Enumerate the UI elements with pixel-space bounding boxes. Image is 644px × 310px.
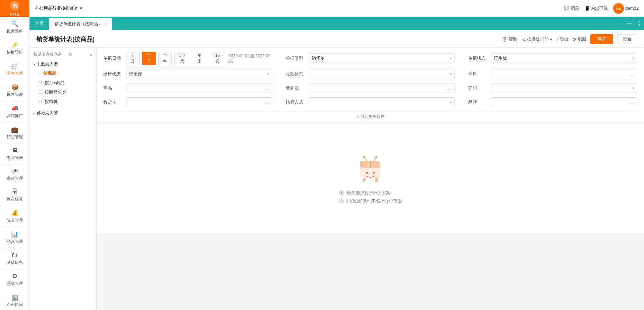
collapse-more-button[interactable]: ∧ 收起更多条件 (103, 111, 637, 121)
template-print-button[interactable]: 🖨 按模板打印 ▾ (521, 36, 552, 42)
refresh-button[interactable]: ⟳ 刷新 (573, 36, 586, 42)
date-btn-this-year[interactable]: 本年 (158, 52, 172, 65)
date-btn-this-month[interactable]: 本月 (142, 52, 156, 65)
out-status-dropdown-icon[interactable]: ▾ (267, 72, 269, 76)
export-icon: ↑ (556, 37, 559, 42)
collapse-scheme-icon[interactable]: « (90, 52, 92, 57)
settle-input[interactable] (312, 100, 450, 105)
product-input[interactable] (129, 86, 265, 91)
sidebar-item-basic[interactable]: 🗂 基础信息 (0, 248, 29, 269)
scheme-group-mobile-title[interactable]: ▸ 移动端方案 (30, 109, 96, 118)
scheme-item-by-product[interactable]: ○ 按商品 (30, 69, 96, 78)
sidebar-item-sales[interactable]: 💼 销售管理 (0, 122, 29, 144)
date-btn-more[interactable]: 更多 (193, 52, 206, 65)
payment-status-input[interactable] (312, 72, 450, 77)
staff-more-icon[interactable]: … (447, 86, 452, 91)
date-btn-custom[interactable]: 自定义 (209, 52, 226, 65)
doc-status-control[interactable]: ▾ (491, 53, 637, 63)
sidebar-item-inventory[interactable]: 🗄 库存核算 (0, 185, 29, 206)
department-control[interactable]: ▾ (491, 83, 637, 93)
empty-hint-2-label: 用[过滤]条件来缩小分析范围 (347, 198, 401, 204)
sidebar-item-system[interactable]: ⚙ 系统管理 (0, 269, 29, 290)
warehouse-more-icon[interactable]: … (630, 71, 634, 77)
download-icon: 📱 (585, 6, 590, 11)
doc-type-control[interactable]: ▾ (309, 53, 455, 63)
empty-illustration (350, 151, 390, 185)
out-status-input[interactable] (129, 72, 267, 77)
fullscreen-tab-icon[interactable]: ⛶ (635, 20, 640, 27)
minimize-tab-icon[interactable]: — (627, 20, 632, 27)
brand-more-icon[interactable]: … (630, 100, 634, 105)
out-status-control[interactable]: ▾ (126, 69, 272, 79)
doc-type-dropdown-icon[interactable]: ▾ (450, 56, 452, 61)
tab-close-icon[interactable]: × (104, 22, 107, 27)
receiver-control[interactable]: … (126, 97, 272, 107)
app-selector[interactable]: 办公用品行业模拟账套 ▾ (35, 5, 82, 11)
scheme-group-pc-title[interactable]: ▾ 电脑端方案 (30, 60, 96, 69)
date-range: 2023-03-01 至 2023-03-31 (229, 53, 272, 64)
scheme-item-by-month-product[interactable]: ☷ 按月+商品 (30, 78, 96, 88)
sidebar-item-enterprise[interactable]: 🏢 企业协同 (0, 290, 29, 310)
svg-line-9 (364, 158, 367, 161)
department-dropdown-icon[interactable]: ▾ (632, 86, 634, 91)
settings-button[interactable]: 设置 (617, 34, 637, 44)
sidebar-item-retail[interactable]: 🛒 零售管理 (0, 59, 29, 80)
empty-hint-1-label: 请先选择要分析的方案 (347, 190, 390, 196)
payment-status-control[interactable]: ▾ (309, 69, 455, 79)
enterprise-icon: 🏢 (11, 294, 18, 301)
doc-status-dropdown-icon[interactable]: ▾ (632, 56, 634, 61)
filter-cell-date: 单据日期 上月 本月 本年 近7天 更多 自定义 2023-03-01 至 20… (103, 52, 272, 65)
product-control[interactable]: … (126, 83, 272, 93)
warehouse-control[interactable]: … (491, 69, 637, 79)
sidebar-item-ecommerce[interactable]: 🖥 电商管理 (0, 144, 29, 164)
settle-dropdown-icon[interactable]: ▾ (450, 100, 452, 105)
staff-control[interactable]: … (309, 83, 455, 93)
app-download-button[interactable]: 📱 App下载 (585, 5, 608, 11)
brand-input[interactable] (494, 100, 630, 105)
user-name: demo2 (625, 6, 639, 11)
scheme-item-by-cashier[interactable]: ☷ 按司机 (30, 97, 96, 106)
sidebar-item-quicknav[interactable]: ⚡ 快捷导航 (0, 38, 29, 59)
filter-cell-department: 部门 ▾ (468, 83, 637, 93)
receiver-more-icon[interactable]: … (265, 100, 269, 105)
page-title: 销货单统计表(按商品) (36, 35, 502, 43)
tab-home[interactable]: 首页 (30, 17, 49, 30)
sidebar-item-operations[interactable]: 📊 经营管理 (0, 227, 29, 248)
export-button[interactable]: ↑ 导出 (556, 36, 569, 42)
date-btn-7days[interactable]: 近7天 (174, 52, 190, 65)
warehouse-input[interactable] (494, 72, 630, 77)
filter-cell-doc-type: 单据类型 ▾ (286, 53, 455, 63)
receiver-input[interactable] (129, 100, 265, 105)
scheme-group-pc: ▾ 电脑端方案 ○ 按商品 ☷ 按月+商品 ☷ (30, 59, 96, 108)
sidebar-item-finance[interactable]: 💰 资金管理 (0, 206, 29, 227)
message-button[interactable]: 💬 消息 (564, 5, 579, 11)
by-category-label: 按商品分类 (45, 89, 66, 95)
scheme-item-by-category[interactable]: ☷ 按商品分类 (30, 88, 96, 97)
help-button[interactable]: ❓ 帮助 (502, 36, 517, 42)
query-button[interactable]: 查询 (590, 34, 613, 44)
sidebar-item-wholesale[interactable]: 📦 批发管理 (0, 80, 29, 101)
filter-cell-staff: 业务员 … (286, 83, 455, 93)
by-product-icon: ○ (39, 71, 41, 76)
add-scheme-icon[interactable]: + (64, 52, 66, 57)
finance-icon: 💰 (11, 209, 18, 217)
doc-type-input[interactable] (312, 56, 450, 61)
doc-status-input[interactable] (494, 56, 632, 61)
brand-control[interactable]: … (491, 97, 637, 107)
payment-status-label: 收款状态 (286, 71, 306, 77)
topbar-actions: 💬 消息 📱 App下载 Ea demo2 (564, 3, 639, 14)
product-more-icon[interactable]: … (265, 86, 269, 91)
sidebar-item-marketing[interactable]: 📣 营销推广 (0, 101, 29, 122)
sidebar-item-search[interactable]: 🔍 搜索菜单 (0, 17, 29, 38)
sidebar-item-purchase[interactable]: 🛍 采购管理 (0, 164, 29, 185)
department-input[interactable] (494, 86, 632, 91)
date-btn-last-month[interactable]: 上月 (126, 52, 140, 65)
refresh-scheme-icon[interactable]: ⟳ (68, 52, 72, 57)
mobile-group-toggle: ▸ (34, 112, 35, 115)
settle-label: 结算方式 (286, 99, 306, 105)
staff-input[interactable] (312, 86, 447, 91)
settle-control[interactable]: ▾ (309, 97, 455, 107)
user-menu[interactable]: Ea demo2 (613, 3, 639, 14)
tab-report[interactable]: 销货单统计表（按商品） × (49, 18, 112, 30)
payment-status-dropdown-icon[interactable]: ▾ (450, 72, 452, 76)
